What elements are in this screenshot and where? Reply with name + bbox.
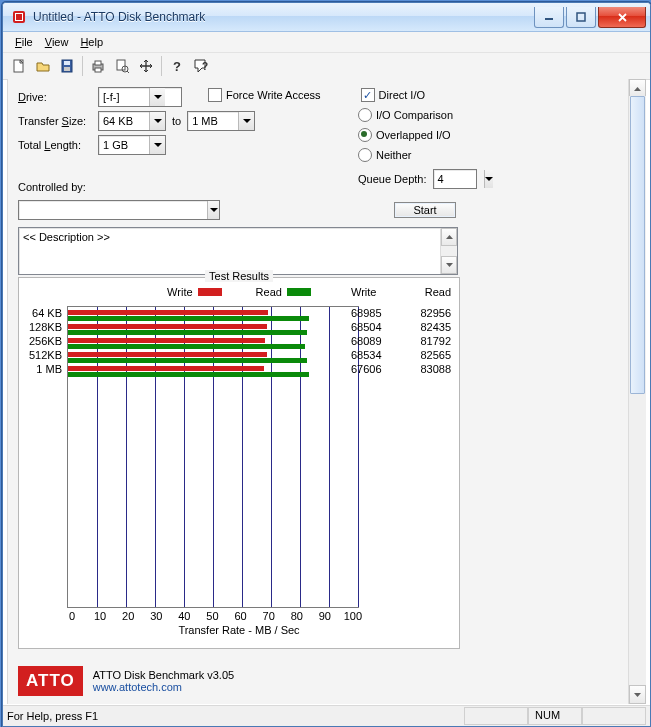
toolbar: ? ?	[3, 53, 650, 80]
svg-line-14	[127, 71, 129, 73]
chevron-down-icon[interactable]	[207, 201, 219, 219]
print-preview-icon[interactable]	[110, 54, 134, 78]
window-title: Untitled - ATTO Disk Benchmark	[33, 10, 532, 24]
chevron-down-icon[interactable]	[149, 136, 165, 154]
chevron-down-icon[interactable]	[238, 112, 254, 130]
drive-label: Drive:	[18, 91, 98, 103]
numeric-values: 6898582956685048243568089817926853482565…	[351, 306, 451, 376]
read-bar	[68, 316, 309, 321]
direct-io-checkbox[interactable]: Direct I/O	[361, 88, 425, 102]
menu-file[interactable]: File	[9, 34, 39, 50]
branding: ATTO ATTO Disk Benchmark v3.05 www.attot…	[18, 666, 234, 696]
x-tick: 100	[343, 610, 363, 622]
titlebar[interactable]: Untitled - ATTO Disk Benchmark	[3, 3, 650, 32]
y-label: 64 KB	[19, 306, 65, 320]
minimize-button[interactable]	[534, 7, 564, 28]
queue-depth-combo[interactable]: 4	[433, 169, 477, 189]
menu-view[interactable]: View	[39, 34, 75, 50]
product-name: ATTO Disk Benchmark v3.05	[93, 669, 234, 681]
svg-text:?: ?	[173, 59, 181, 74]
main-scrollbar[interactable]	[628, 79, 646, 704]
write-swatch	[198, 288, 222, 296]
write-bar	[68, 338, 265, 343]
help-icon[interactable]: ?	[165, 54, 189, 78]
new-icon[interactable]	[7, 54, 31, 78]
total-length-combo[interactable]: 1 GB	[98, 135, 166, 155]
force-write-checkbox[interactable]: Force Write Access	[208, 88, 321, 102]
save-icon[interactable]	[55, 54, 79, 78]
status-num: NUM	[528, 707, 582, 725]
svg-rect-11	[95, 68, 101, 72]
x-tick: 90	[315, 610, 335, 622]
product-url[interactable]: www.attotech.com	[93, 681, 234, 693]
x-tick: 20	[118, 610, 138, 622]
svg-rect-7	[64, 61, 70, 65]
transfer-from-combo[interactable]: 64 KB	[98, 111, 166, 131]
transfer-size-label: Transfer Size:	[18, 115, 98, 127]
x-tick: 40	[174, 610, 194, 622]
read-bar	[68, 344, 305, 349]
read-bar	[68, 372, 309, 377]
read-bar	[68, 330, 307, 335]
client-area: Drive: [-f-] Transfer Size: 64 KB to 1 M…	[7, 79, 646, 704]
value-row: 6898582956	[351, 306, 451, 320]
chevron-down-icon[interactable]	[149, 112, 165, 130]
drive-combo[interactable]: [-f-]	[98, 87, 182, 107]
x-tick: 0	[62, 610, 82, 622]
statusbar: For Help, press F1 NUM	[3, 705, 650, 726]
results-title: Test Results	[205, 270, 273, 282]
bar-chart	[67, 306, 359, 608]
y-axis-labels: 64 KB128KB256KB512KB1 MB	[19, 306, 65, 376]
scroll-thumb[interactable]	[630, 96, 645, 394]
scroll-track[interactable]	[629, 96, 646, 687]
description-textarea[interactable]: << Description >>	[18, 227, 458, 275]
svg-rect-3	[545, 18, 553, 20]
status-help: For Help, press F1	[7, 710, 98, 722]
write-bar	[68, 352, 267, 357]
y-label: 256KB	[19, 334, 65, 348]
menu-help[interactable]: Help	[74, 34, 109, 50]
status-cell-3	[582, 707, 646, 725]
textarea-scrollbar[interactable]	[440, 228, 457, 274]
value-row: 6760683088	[351, 362, 451, 376]
queue-depth-label: Queue Depth:	[358, 173, 427, 185]
svg-rect-2	[16, 14, 22, 20]
y-label: 128KB	[19, 320, 65, 334]
value-row: 6808981792	[351, 334, 451, 348]
transfer-to-combo[interactable]: 1 MB	[187, 111, 255, 131]
legend-read-label: Read	[256, 286, 282, 298]
start-button[interactable]: Start	[394, 202, 456, 218]
open-icon[interactable]	[31, 54, 55, 78]
io-comparison-radio[interactable]: I/O Comparison	[358, 108, 453, 122]
overlapped-io-radio[interactable]: Overlapped I/O	[358, 128, 451, 142]
description-text: << Description >>	[23, 231, 110, 243]
chevron-down-icon[interactable]	[484, 170, 493, 188]
legend-write-label: Write	[167, 286, 192, 298]
move-icon[interactable]	[134, 54, 158, 78]
x-axis-labels: 0102030405060708090100	[67, 610, 363, 622]
chevron-down-icon[interactable]	[149, 88, 165, 106]
y-label: 1 MB	[19, 362, 65, 376]
maximize-button[interactable]	[566, 7, 596, 28]
results-header: Write Read	[351, 286, 451, 298]
svg-text:?: ?	[202, 61, 208, 72]
svg-rect-8	[64, 67, 70, 71]
atto-logo: ATTO	[18, 666, 83, 696]
total-length-label: Total Length:	[18, 139, 98, 151]
controlled-by-combo[interactable]	[18, 200, 220, 220]
close-button[interactable]	[598, 7, 646, 28]
x-tick: 50	[202, 610, 222, 622]
print-icon[interactable]	[86, 54, 110, 78]
svg-rect-4	[577, 13, 585, 21]
whats-this-icon[interactable]: ?	[189, 54, 213, 78]
x-tick: 30	[146, 610, 166, 622]
x-tick: 70	[259, 610, 279, 622]
read-swatch	[287, 288, 311, 296]
scroll-down-button[interactable]	[629, 685, 646, 704]
x-axis-title: Transfer Rate - MB / Sec	[19, 624, 459, 636]
neither-radio[interactable]: Neither	[358, 148, 411, 162]
write-bar	[68, 310, 268, 315]
svg-rect-12	[117, 60, 125, 70]
app-icon	[11, 9, 27, 25]
write-bar	[68, 366, 264, 371]
